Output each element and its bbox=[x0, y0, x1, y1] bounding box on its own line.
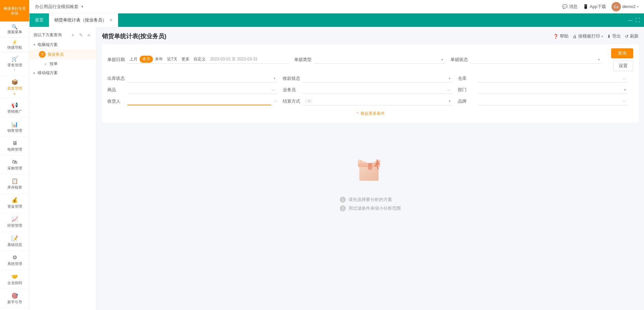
filter-settlement: 结算方式 × ▾ bbox=[283, 97, 458, 105]
left-panel-actions: + ✎ « bbox=[69, 32, 92, 38]
sidebar-item-purchase[interactable]: 🛍 采购管理 bbox=[0, 156, 29, 174]
user-menu[interactable]: Ea demo2 ▾ bbox=[611, 2, 639, 11]
add-scheme-button[interactable]: + bbox=[69, 32, 76, 38]
sidebar-item-appstore[interactable]: 🔧 应用中心 bbox=[0, 308, 29, 310]
settlement-tag-close[interactable]: × bbox=[308, 99, 310, 103]
export-icon: ⬇ bbox=[607, 34, 611, 39]
receipt-arrow-icon: ▾ bbox=[449, 76, 450, 80]
tree-mobile-expand-icon: ▸ bbox=[34, 71, 36, 75]
export-button[interactable]: ⬇ 导出 bbox=[607, 33, 621, 39]
query-button[interactable]: 查询 bbox=[611, 48, 633, 58]
staff-dots[interactable]: ··· bbox=[447, 88, 450, 92]
topbar-right: 💬 消息 📱 App下载 Ea demo2 ▾ bbox=[562, 2, 639, 11]
tree-expand-icon: ▾ bbox=[34, 43, 36, 47]
print-icon: 🖨 bbox=[573, 34, 577, 39]
breadcrumb-arrow[interactable]: ▾ bbox=[81, 4, 84, 9]
tab-close-icon[interactable]: ✕ bbox=[109, 18, 113, 22]
tree-by-staff[interactable]: 员 按业务员 bbox=[30, 49, 96, 59]
tab-sales-stat[interactable]: 销货单统计表（按业务员） ✕ bbox=[49, 13, 118, 27]
window-controls: — ⛶ bbox=[628, 17, 644, 23]
window-minimize-icon[interactable]: — bbox=[628, 17, 633, 23]
warehouse-select[interactable]: ··· bbox=[478, 74, 628, 83]
left-panel-header: 按以下方案查询 + ✎ « bbox=[30, 30, 96, 40]
collapse-panel-button[interactable]: « bbox=[86, 32, 92, 38]
sidebar-item-ecommerce[interactable]: 🖥 电商管理 bbox=[0, 137, 29, 156]
help-icon: ❓ bbox=[553, 34, 558, 39]
warehouse-dots[interactable]: ··· bbox=[623, 76, 626, 81]
app-download-button[interactable]: 📱 App下载 bbox=[583, 4, 606, 10]
receipt-select[interactable]: ▾ bbox=[303, 74, 453, 83]
date-btn-custom[interactable]: 自定义 bbox=[192, 56, 208, 63]
sidebar-item-finance[interactable]: 💰 资金管理 bbox=[0, 194, 29, 213]
retail-icon: 🛒 bbox=[11, 56, 18, 62]
empty-tip-2: 2 用过滤条件来缩小分析范围 bbox=[340, 205, 401, 211]
tabbar: 首页 销货单统计表（按业务员） ✕ — ⛶ bbox=[30, 13, 644, 27]
goods-label: 商品 bbox=[107, 87, 125, 93]
sidebar-item-system[interactable]: ⚙ 系统管理 bbox=[0, 251, 29, 270]
dept-select[interactable]: ▾ bbox=[478, 86, 628, 94]
refresh-button[interactable]: ↺ 刷新 bbox=[625, 33, 639, 39]
purchase-icon: 🛍 bbox=[12, 159, 17, 165]
tree-pc-section[interactable]: ▾ 电脑端方案 bbox=[30, 40, 96, 49]
quick-nav[interactable]: ⚡ 快捷导航 bbox=[0, 38, 29, 52]
filter-receipt: 收款状态 ▾ bbox=[283, 74, 458, 83]
sidebar-item-wholesale[interactable]: 📦 批发管理 ▴ bbox=[0, 75, 29, 99]
date-btn-last-month[interactable]: 上月 bbox=[127, 56, 140, 63]
help-button[interactable]: ❓ 帮助 bbox=[553, 33, 569, 39]
goods-select[interactable]: ··· bbox=[127, 86, 277, 94]
sidebar-item-inventory[interactable]: 📋 库存核算 bbox=[0, 174, 29, 194]
filter-brand: 品牌 ··· bbox=[458, 97, 633, 105]
tree-mobile-section[interactable]: ▸ 移动端方案 bbox=[30, 68, 96, 78]
filter-consignee: 收货人 ··· bbox=[107, 98, 283, 105]
page-actions: ❓ 帮助 🖨 按模板打印 ▾ ⬇ 导出 ↺ 刷新 bbox=[553, 33, 639, 39]
settings-button[interactable]: 设置 bbox=[613, 60, 633, 71]
consignee-dots[interactable]: ··· bbox=[274, 99, 277, 104]
search-menu[interactable]: 🔍 搜索菜单 bbox=[0, 21, 29, 38]
message-icon: 💬 bbox=[562, 4, 568, 9]
tree-by-order[interactable]: ≡ 按单 bbox=[30, 59, 96, 68]
sidebar-logo: 畅捷通好生意 标版 bbox=[0, 0, 29, 21]
sidebar-item-marketing[interactable]: 📢 营销推广 bbox=[0, 99, 29, 118]
page-title-bar: 销货单统计表(按业务员) ❓ 帮助 🖨 按模板打印 ▾ ⬇ 导出 bbox=[102, 32, 639, 40]
date-btn-more[interactable]: 更多 bbox=[179, 56, 192, 63]
outbound-select[interactable]: ▾ bbox=[127, 74, 277, 83]
sidebar-item-operations[interactable]: 📈 经营管理 bbox=[0, 213, 29, 232]
sidebar-item-sales[interactable]: 📊 销售管理 bbox=[0, 118, 29, 137]
sidebar-item-newbie[interactable]: 🎯 新手引导 bbox=[0, 289, 29, 308]
edit-scheme-button[interactable]: ✎ bbox=[77, 32, 84, 38]
window-maximize-icon[interactable]: ⛶ bbox=[635, 17, 640, 23]
date-btn-this-month[interactable]: 本月 bbox=[140, 56, 153, 63]
consignee-input[interactable] bbox=[127, 98, 271, 105]
sidebar-item-enterprise[interactable]: 🤝 企业协同 bbox=[0, 270, 29, 289]
sidebar-item-basic[interactable]: 📝 基础信息 bbox=[0, 232, 29, 251]
ecommerce-icon: 🖥 bbox=[12, 140, 17, 146]
outbound-arrow-icon: ▾ bbox=[274, 76, 275, 80]
filter-doc-status: 单据状态 ▾ bbox=[450, 56, 607, 64]
dept-arrow-icon: ▾ bbox=[624, 88, 626, 92]
receipt-label: 收款状态 bbox=[283, 75, 300, 82]
content-area: 按以下方案查询 + ✎ « ▾ 电脑端方案 员 按业务员 ≡ 按单 bbox=[30, 27, 644, 310]
doc-type-select[interactable]: ▾ bbox=[314, 56, 445, 64]
settlement-arrow-icon: ▾ bbox=[449, 99, 450, 103]
basic-icon: 📝 bbox=[11, 235, 18, 242]
print-button[interactable]: 🖨 按模板打印 ▾ bbox=[573, 33, 603, 39]
settlement-label: 结算方式 bbox=[283, 98, 300, 104]
brand-dots[interactable]: ··· bbox=[623, 99, 626, 104]
date-btn-this-year[interactable]: 本年 bbox=[153, 56, 165, 63]
collapse-button[interactable]: ⌃ 收起更多条件 bbox=[356, 111, 385, 116]
tip-1-num: 1 bbox=[340, 197, 346, 203]
brand-select[interactable]: ··· bbox=[478, 97, 628, 105]
doc-status-select[interactable]: ▾ bbox=[471, 56, 602, 64]
right-panel: 销货单统计表(按业务员) ❓ 帮助 🖨 按模板打印 ▾ ⬇ 导出 bbox=[97, 27, 644, 310]
date-filter: 上月 本月 本年 近7天 更多 自定义 2023-03-01 至 2023-03… bbox=[127, 56, 289, 64]
settlement-select[interactable]: × ▾ bbox=[303, 97, 453, 105]
message-button[interactable]: 💬 消息 bbox=[562, 4, 578, 10]
breadcrumb: 办公用品行业模拟账套 bbox=[35, 4, 78, 10]
tab-home[interactable]: 首页 bbox=[30, 13, 49, 27]
collapse-row: ⌃ 收起更多条件 bbox=[107, 109, 633, 118]
staff-select[interactable]: ··· bbox=[303, 86, 453, 94]
operations-icon: 📈 bbox=[11, 216, 18, 222]
goods-dots[interactable]: ··· bbox=[272, 88, 275, 92]
date-btn-7days[interactable]: 近7天 bbox=[165, 56, 179, 63]
sidebar-item-retail[interactable]: 🛒 零售管理 ▾ bbox=[0, 52, 29, 75]
